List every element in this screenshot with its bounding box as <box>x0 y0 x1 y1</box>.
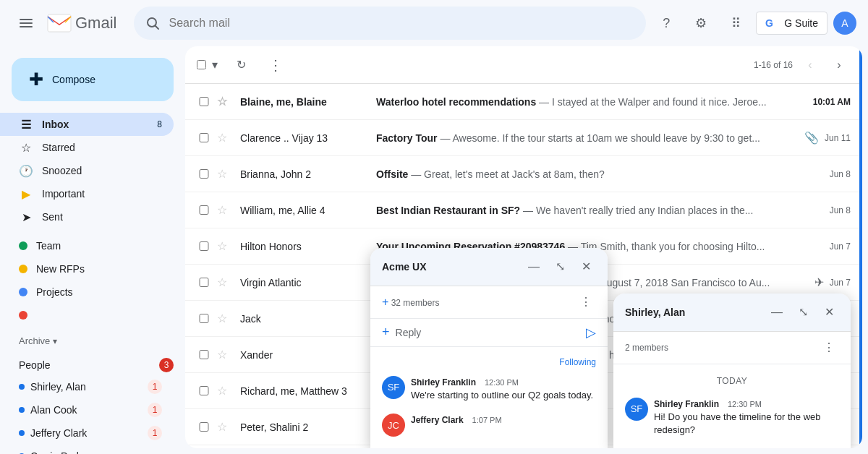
search-input[interactable] <box>169 17 634 30</box>
people-total-count: 3 <box>159 358 174 372</box>
minimize-button-acme[interactable]: — <box>524 257 544 277</box>
sidebar-item-team-label: Team <box>36 240 61 252</box>
prev-page-button[interactable]: ‹ <box>799 53 822 77</box>
sidebar-item-sent[interactable]: ➤ Sent <box>0 205 174 228</box>
people-item-carrie-parker[interactable]: Carrie Parker <box>0 445 174 454</box>
search-bar[interactable] <box>134 7 646 40</box>
sidebar-item-inbox[interactable]: ☰ Inbox 8 <box>0 113 174 136</box>
people-item-alan-cook[interactable]: Alan Cook 1 <box>0 398 174 421</box>
chat-reply-bar-acme[interactable]: + Reply ▷ <box>370 319 608 347</box>
gmail-text-label: Gmail <box>75 14 116 33</box>
email-checkbox[interactable] <box>197 133 211 142</box>
sidebar-item-team[interactable]: Team <box>0 234 174 257</box>
inbox-badge: 8 <box>157 119 162 129</box>
chat-window-acme: Acme UX — ⤡ ✕ + 32 members ⋮ + <box>370 248 608 448</box>
gsuite-button[interactable]: G G Suite <box>756 12 827 35</box>
email-row[interactable]: ☆ William, me, Allie 4 Best Indian Resta… <box>185 192 862 228</box>
star-icon[interactable]: ☆ <box>217 95 234 108</box>
star-icon[interactable]: ☆ <box>217 131 234 145</box>
people-item-shirley[interactable]: Shirley, Alan 1 <box>0 375 174 398</box>
settings-button[interactable]: ⚙ <box>686 9 715 38</box>
message-sender: Jeffery Clark <box>411 415 464 425</box>
app-container: Gmail ? ⚙ ⠿ G G Suite A ✚ Compose ☰ <box>0 0 868 454</box>
email-checkbox[interactable] <box>197 386 211 395</box>
next-page-button[interactable]: › <box>827 53 851 77</box>
star-icon[interactable]: ☆ <box>217 275 234 289</box>
star-icon[interactable]: ☆ <box>217 348 234 361</box>
select-all-checkbox[interactable] <box>197 60 206 69</box>
more-options-button[interactable]: ⋮ <box>261 51 290 80</box>
star-icon[interactable]: ☆ <box>217 239 234 253</box>
compose-button[interactable]: ✚ Compose <box>12 58 174 101</box>
star-icon[interactable]: ☆ <box>217 312 234 325</box>
user-avatar[interactable]: A <box>833 12 856 35</box>
minimize-button-shirley[interactable]: — <box>767 302 787 322</box>
close-button-acme[interactable]: ✕ <box>576 257 596 277</box>
star-icon[interactable]: ☆ <box>217 203 234 217</box>
sidebar: ✚ Compose ☰ Inbox 8 ☆ Starred 🕐 Snoozed … <box>0 46 185 454</box>
jeffery-dot <box>19 430 25 436</box>
chat-more-options[interactable]: ⋮ <box>576 292 596 312</box>
sidebar-item-new-rfps[interactable]: New RFPs <box>0 257 174 280</box>
hamburger-menu[interactable] <box>12 9 41 38</box>
following-label[interactable]: Following <box>559 357 596 367</box>
pagination: 1-16 of 16 ‹ › <box>754 53 851 77</box>
sent-icon: ➤ <box>19 210 33 224</box>
email-checkbox[interactable] <box>197 314 211 323</box>
people-name-alan-cook: Alan Cook <box>30 404 77 416</box>
star-icon[interactable]: ☆ <box>217 167 234 181</box>
message-body-shirley: Shirley Franklin 12:30 PM Hi! Do you hav… <box>654 398 839 437</box>
apps-button[interactable]: ⠿ <box>721 9 750 38</box>
email-checkbox[interactable] <box>197 97 211 106</box>
sidebar-item-projects[interactable]: Projects <box>0 280 174 304</box>
people-name-jeffery-clark: Jeffery Clark <box>30 427 87 439</box>
sidebar-item-snoozed[interactable]: 🕐 Snoozed <box>0 159 174 182</box>
refresh-button[interactable]: ↻ <box>226 51 255 80</box>
top-bar: Gmail ? ⚙ ⠿ G G Suite A <box>0 0 868 46</box>
archive-section[interactable]: Archive ▾ <box>0 333 185 349</box>
email-checkbox[interactable] <box>197 205 211 215</box>
email-checkbox[interactable] <box>197 278 211 287</box>
message-text-shirley: Hi! Do you have the timeline for the web… <box>654 411 839 437</box>
chat-more-options-shirley[interactable]: ⋮ <box>819 338 839 358</box>
chat-window-shirley: Shirley, Alan — ⤡ ✕ 2 members ⋮ TODAY SF <box>613 294 851 448</box>
archive-label: Archive <box>19 335 50 346</box>
following-button[interactable]: Following <box>370 353 608 370</box>
svg-rect-1 <box>20 22 33 24</box>
star-icon[interactable]: ☆ <box>217 420 234 434</box>
email-row[interactable]: ☆ Brianna, John 2 Offsite — Great, let's… <box>185 156 862 192</box>
sidebar-item-important-label: Important <box>42 188 85 200</box>
email-checkbox[interactable] <box>197 169 211 179</box>
email-row[interactable]: ☆ Clarence .. Vijay 13 Factory Tour — Aw… <box>185 120 862 156</box>
email-time: Jun 8 <box>830 205 851 215</box>
chat-title-shirley: Shirley, Alan <box>625 307 761 318</box>
email-time: Jun 7 <box>830 241 851 252</box>
expand-button-acme[interactable]: ⤡ <box>550 257 570 277</box>
archive-chevron: ▾ <box>53 336 57 346</box>
star-icon[interactable]: ☆ <box>217 384 234 398</box>
scroll-indicator <box>859 46 862 448</box>
new-rfps-dot <box>19 265 27 273</box>
email-checkbox[interactable] <box>197 241 211 251</box>
email-checkbox[interactable] <box>197 350 211 359</box>
people-item-jeffery-clark[interactable]: Jeffery Clark 1 <box>0 421 174 445</box>
people-label: People <box>19 359 51 371</box>
message-avatar-shirley: SF <box>625 398 648 421</box>
email-subject-preview: Factory Tour — Awesome. If the tour star… <box>370 132 804 144</box>
sidebar-item-starred[interactable]: ☆ Starred <box>0 136 174 159</box>
email-row[interactable]: ☆ Blaine, me, Blaine Waterloo hotel reco… <box>185 84 862 120</box>
sidebar-item-more-labels[interactable] <box>0 304 174 327</box>
sidebar-item-important[interactable]: ▶ Important <box>0 182 174 205</box>
email-time: Jun 8 <box>830 169 851 179</box>
expand-button-shirley[interactable]: ⤡ <box>793 302 813 322</box>
help-button[interactable]: ? <box>652 9 681 38</box>
reply-input-acme[interactable]: Reply <box>396 327 580 338</box>
send-icon-acme[interactable]: ▷ <box>586 325 596 340</box>
select-dropdown[interactable]: ▾ <box>209 55 221 74</box>
main-area: ✚ Compose ☰ Inbox 8 ☆ Starred 🕐 Snoozed … <box>0 46 868 454</box>
close-button-shirley[interactable]: ✕ <box>819 302 839 322</box>
alan-cook-count: 1 <box>148 403 162 417</box>
email-checkbox[interactable] <box>197 422 211 432</box>
message-avatar: SF <box>382 376 405 399</box>
svg-rect-2 <box>20 26 33 27</box>
